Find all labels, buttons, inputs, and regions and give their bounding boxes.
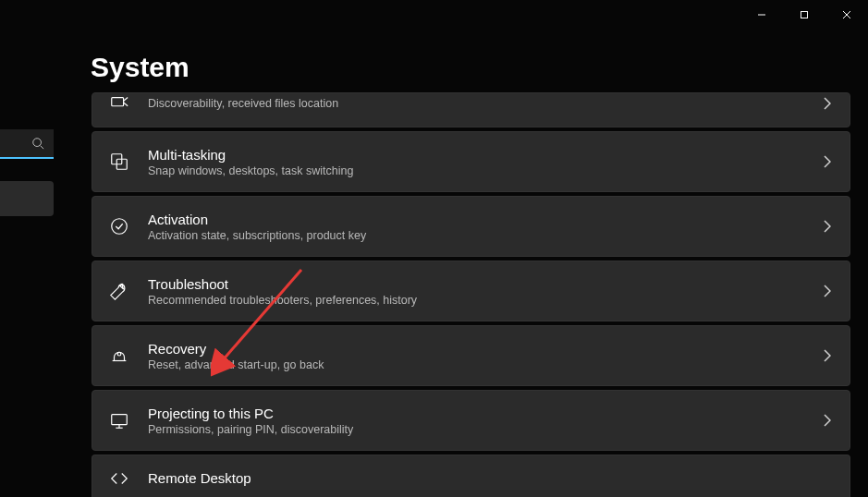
list-item-nearby-sharing[interactable]: Discoverability, received files location	[92, 92, 850, 127]
sidebar-selected-item[interactable]	[0, 181, 54, 216]
close-button[interactable]	[825, 0, 868, 30]
svg-rect-6	[112, 98, 124, 106]
list-item-recovery[interactable]: Recovery Reset, advanced start-up, go ba…	[92, 325, 850, 386]
project-icon	[109, 410, 129, 430]
multitask-icon	[109, 152, 129, 172]
item-subtitle: Recommended troubleshooters, preferences…	[148, 294, 824, 307]
chevron-right-icon	[824, 97, 831, 110]
share-icon	[109, 93, 129, 114]
list-item-activation[interactable]: Activation Activation state, subscriptio…	[92, 196, 850, 257]
chevron-right-icon	[824, 155, 831, 168]
item-title: Multi-tasking	[148, 147, 824, 163]
chevron-right-icon	[824, 414, 831, 427]
list-item-remote-desktop[interactable]: Remote Desktop	[92, 455, 850, 497]
title-bar	[0, 0, 868, 30]
svg-point-9	[112, 219, 128, 235]
list-item-projecting[interactable]: Projecting to this PC Permissions, pairi…	[92, 390, 850, 451]
sidebar	[0, 129, 54, 216]
chevron-right-icon	[824, 349, 831, 362]
search-icon	[31, 137, 44, 150]
wrench-icon	[109, 281, 129, 301]
minimize-button[interactable]	[740, 0, 783, 30]
remote-icon	[109, 468, 129, 489]
item-title: Remote Desktop	[148, 470, 831, 486]
svg-rect-11	[112, 415, 128, 425]
item-subtitle: Permissions, pairing PIN, discoverabilit…	[148, 423, 824, 436]
search-input[interactable]	[0, 129, 54, 159]
item-title: Recovery	[148, 341, 824, 357]
item-subtitle: Snap windows, desktops, task switching	[148, 164, 824, 177]
item-title: Activation	[148, 212, 824, 227]
settings-list: Discoverability, received files location…	[92, 92, 850, 497]
page-title: System	[91, 52, 189, 83]
maximize-button[interactable]	[783, 0, 825, 30]
recovery-icon	[109, 345, 129, 366]
svg-point-4	[33, 139, 42, 147]
item-subtitle: Activation state, subscriptions, product…	[148, 229, 824, 242]
chevron-right-icon	[824, 285, 831, 297]
svg-line-5	[41, 146, 44, 150]
svg-point-10	[117, 352, 121, 356]
item-title: Projecting to this PC	[148, 406, 824, 421]
chevron-right-icon	[824, 220, 831, 233]
svg-rect-1	[801, 12, 808, 18]
list-item-multitasking[interactable]: Multi-tasking Snap windows, desktops, ta…	[92, 131, 850, 192]
check-circle-icon	[109, 216, 129, 236]
item-subtitle: Discoverability, received files location	[148, 97, 824, 110]
list-item-troubleshoot[interactable]: Troubleshoot Recommended troubleshooters…	[92, 261, 850, 321]
item-subtitle: Reset, advanced start-up, go back	[148, 358, 824, 371]
item-title: Troubleshoot	[148, 276, 824, 292]
